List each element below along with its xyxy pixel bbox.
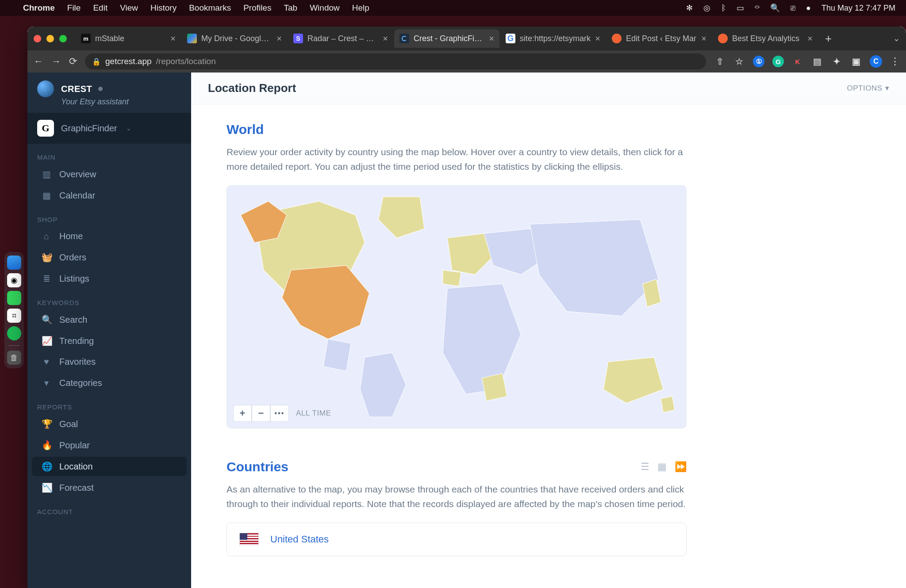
chevron-down-icon: ⌄: [126, 125, 131, 132]
tab-overflow-icon[interactable]: ⌄: [893, 34, 900, 43]
sidebar-item-calendar[interactable]: ▦Calendar: [32, 186, 187, 205]
dock-slack-icon[interactable]: ⌗: [7, 309, 21, 323]
browser-tab[interactable]: S Radar – Crest – Strip ×: [288, 29, 393, 48]
control-center-icon[interactable]: ⎚: [791, 4, 795, 13]
browser-tab[interactable]: m mStable ×: [76, 29, 181, 48]
window-close-button[interactable]: [34, 35, 41, 42]
options-menu[interactable]: OPTIONS▾: [847, 84, 889, 93]
chrome-menu-icon[interactable]: ⋮: [890, 56, 900, 67]
sidebar-item-favorites[interactable]: ♥Favorites: [32, 352, 187, 371]
basket-icon: 🧺: [42, 252, 51, 263]
nav-section-account: ACCOUNT: [27, 498, 191, 518]
tab-close-icon[interactable]: ×: [807, 34, 813, 44]
browser-tab[interactable]: My Drive - Google D ×: [182, 29, 287, 48]
sidebar-item-popular[interactable]: 🔥Popular: [32, 435, 187, 455]
map-more-button[interactable]: •••: [270, 405, 289, 422]
shop-name: GraphicFinder: [61, 123, 117, 134]
dock-spotify-icon[interactable]: [7, 326, 21, 340]
window-maximize-button[interactable]: [59, 35, 67, 42]
menubar-clock[interactable]: Thu May 12 7:47 PM: [822, 4, 895, 13]
browser-tab[interactable]: G site:https://etsymark ×: [500, 29, 606, 48]
list-view-icon[interactable]: ☰: [641, 461, 649, 473]
extension-k-icon[interactable]: K: [792, 56, 803, 67]
share-icon[interactable]: ⇧: [714, 56, 726, 67]
url-host: getcrest.app: [105, 57, 152, 66]
menu-help[interactable]: Help: [352, 3, 369, 13]
forward-skip-icon[interactable]: ⏩: [675, 461, 687, 473]
shop-selector[interactable]: G GraphicFinder ⌄: [27, 113, 191, 144]
tab-close-icon[interactable]: ×: [701, 34, 706, 44]
tab-close-icon[interactable]: ×: [595, 34, 600, 44]
bluetooth-icon[interactable]: ᛒ: [721, 4, 726, 13]
siri-icon[interactable]: ●: [806, 4, 811, 13]
home-icon: ⌂: [42, 231, 51, 241]
menu-tab[interactable]: Tab: [284, 3, 298, 13]
nav-section-keywords: KEYWORDS: [27, 289, 191, 309]
grid-view-icon[interactable]: ▦: [657, 461, 667, 473]
world-map[interactable]: + − ••• ALL TIME: [226, 185, 687, 428]
browser-tab[interactable]: Edit Post ‹ Etsy Mar ×: [607, 29, 712, 48]
extension-devtools-icon[interactable]: ▤: [811, 56, 823, 67]
sidebar-item-forecast[interactable]: 📉Forecast: [32, 478, 187, 497]
map-time-range: ALL TIME: [296, 409, 331, 418]
profile-avatar[interactable]: C: [870, 55, 882, 68]
map-zoom-out-button[interactable]: −: [252, 405, 270, 422]
extension-grammarly-icon[interactable]: G: [772, 56, 784, 67]
menu-file[interactable]: File: [67, 3, 81, 13]
tab-close-icon[interactable]: ×: [383, 34, 388, 44]
reload-button[interactable]: ⟳: [69, 56, 77, 67]
menu-profiles[interactable]: Profiles: [243, 3, 271, 13]
tab-close-icon[interactable]: ×: [170, 34, 176, 44]
dock-messages-icon[interactable]: [7, 291, 21, 305]
sidebar-item-trending[interactable]: 📈Trending: [32, 331, 187, 351]
side-panel-icon[interactable]: ▣: [850, 56, 862, 67]
sidebar-item-orders[interactable]: 🧺Orders: [32, 248, 187, 267]
browser-tab[interactable]: Best Etsy Analytics ×: [713, 29, 818, 48]
dock-finder-icon[interactable]: [7, 256, 21, 270]
shop-avatar-icon: G: [37, 120, 54, 137]
map-region-iberia[interactable]: [443, 270, 461, 286]
country-row[interactable]: United States: [226, 523, 687, 556]
menu-view[interactable]: View: [120, 3, 138, 13]
sidebar-item-home[interactable]: ⌂Home: [32, 227, 187, 246]
back-button[interactable]: ←: [34, 56, 43, 67]
map-zoom-in-button[interactable]: +: [233, 405, 252, 422]
browser-tab-active[interactable]: Crest - GraphicFinde ×: [394, 29, 499, 48]
map-region-mexico[interactable]: [323, 339, 351, 371]
menu-edit[interactable]: Edit: [93, 3, 107, 13]
url-path: /reports/location: [156, 57, 216, 66]
map-controls: + − ••• ALL TIME: [233, 405, 331, 422]
bookmark-star-icon[interactable]: ☆: [733, 56, 745, 67]
sidebar-item-location[interactable]: 🌐Location: [32, 457, 187, 476]
map-region-south-africa[interactable]: [482, 374, 507, 401]
extension-1password-icon[interactable]: ①: [753, 56, 764, 67]
menu-bookmarks[interactable]: Bookmarks: [189, 3, 231, 13]
extensions-puzzle-icon[interactable]: ✦: [831, 56, 842, 67]
menu-window[interactable]: Window: [310, 3, 340, 13]
tab-close-icon[interactable]: ×: [276, 34, 282, 44]
settings-gear-icon[interactable]: ✻: [686, 3, 693, 13]
menu-history[interactable]: History: [150, 3, 177, 13]
sidebar-item-search[interactable]: 🔍Search: [32, 310, 187, 329]
window-minimize-button[interactable]: [46, 35, 54, 42]
sidebar-item-listings[interactable]: ≣Listings: [32, 269, 187, 288]
record-icon[interactable]: ◎: [703, 3, 710, 13]
battery-icon[interactable]: ▭: [737, 3, 744, 13]
wifi-icon[interactable]: ⌔: [755, 4, 760, 13]
sidebar-item-goal[interactable]: 🏆Goal: [32, 414, 187, 434]
tab-label: Edit Post ‹ Etsy Mar: [626, 34, 697, 43]
spotlight-icon[interactable]: 🔍: [770, 3, 780, 13]
map-region-new-zealand[interactable]: [661, 397, 675, 412]
sidebar-item-overview[interactable]: ▥Overview: [32, 164, 187, 184]
forward-button[interactable]: →: [51, 56, 61, 67]
active-app-name[interactable]: Chrome: [23, 3, 55, 13]
address-bar[interactable]: 🔒 getcrest.app/reports/location: [85, 53, 706, 69]
dock-trash-icon[interactable]: 🗑: [7, 351, 21, 365]
dock-chrome-icon[interactable]: ◉: [7, 273, 21, 287]
nav-label: Orders: [59, 252, 86, 263]
sidebar-item-categories[interactable]: ▾Categories: [32, 373, 187, 393]
tab-close-icon[interactable]: ×: [489, 34, 494, 44]
nav-section-main: MAIN: [27, 144, 191, 164]
world-map-svg: [227, 186, 686, 428]
new-tab-button[interactable]: +: [819, 32, 838, 46]
